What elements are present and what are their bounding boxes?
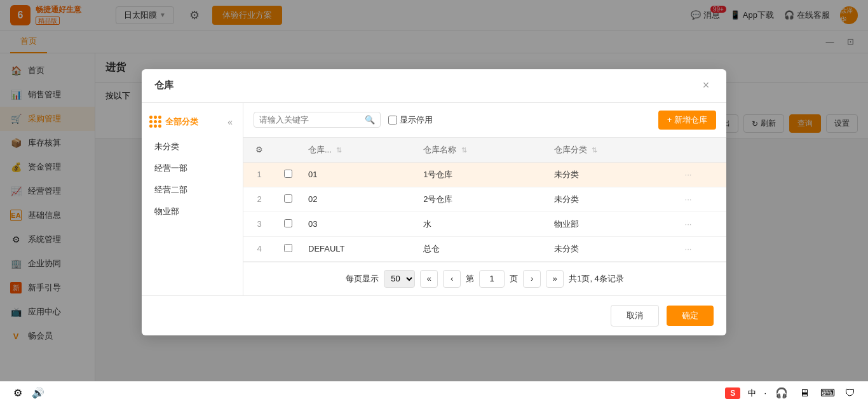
row-category: 未分类 — [546, 187, 677, 212]
page-last-button[interactable]: » — [546, 270, 564, 288]
bottom-headset-icon[interactable]: 🎧 — [774, 386, 789, 401]
modal-title: 仓库 — [154, 79, 173, 91]
page-first-button[interactable]: « — [420, 270, 438, 288]
bottom-keyboard-icon[interactable]: ⌨ — [820, 386, 835, 401]
data-table: ⚙ 仓库... ⇅ 仓库名称 ⇅ — [243, 138, 726, 262]
category-item-dept2[interactable]: 经营二部 — [142, 179, 243, 201]
table-panel: 🔍 显示停用 + 新增仓库 ⚙ — [243, 103, 726, 295]
category-item-property[interactable]: 物业部 — [142, 201, 243, 222]
table-toolbar: 🔍 显示停用 + 新增仓库 — [243, 103, 726, 138]
row-code: DEFAULT — [301, 236, 416, 261]
sort-icon-cat: ⇅ — [592, 146, 597, 154]
page-prev-button[interactable]: ‹ — [443, 270, 461, 288]
add-warehouse-button[interactable]: + 新增仓库 — [658, 111, 716, 130]
bottom-zh-icon[interactable]: 中 — [748, 387, 756, 399]
row-checkbox[interactable] — [284, 244, 292, 252]
settings-column-header[interactable]: ⚙ — [243, 138, 275, 163]
row-checkbox[interactable] — [284, 219, 292, 227]
row-actions[interactable]: ··· — [677, 212, 726, 236]
per-page-select[interactable]: 50 — [384, 270, 415, 288]
collapse-icon[interactable]: « — [225, 114, 235, 130]
row-actions[interactable]: ··· — [677, 162, 726, 187]
row-code: 03 — [301, 212, 416, 236]
bottom-left: ⚙ 🔊 — [10, 386, 46, 401]
row-category: 未分类 — [546, 236, 677, 261]
row-name: 2号仓库 — [416, 187, 546, 212]
confirm-button[interactable]: 确定 — [667, 306, 714, 326]
row-checkbox[interactable] — [284, 170, 292, 178]
table-header-row: ⚙ 仓库... ⇅ 仓库名称 ⇅ — [243, 138, 726, 163]
row-category: 未分类 — [546, 162, 677, 187]
category-item-dept1[interactable]: 经营一部 — [142, 158, 243, 179]
row-num: 1 — [243, 162, 275, 187]
row-checkbox-cell — [275, 162, 301, 187]
cancel-button[interactable]: 取消 — [611, 305, 659, 327]
modal-close-button[interactable]: × — [698, 78, 714, 93]
row-num: 3 — [243, 212, 275, 236]
bottom-shield-icon[interactable]: 🛡 — [843, 386, 858, 401]
table-row[interactable]: 2 02 2号仓库 未分类 ··· — [243, 187, 726, 212]
bottom-right: S 中 · 🎧 🖥 ⌨ 🛡 — [725, 386, 858, 401]
search-box: 🔍 — [254, 112, 381, 128]
category-header: 全部分类 « — [142, 111, 243, 136]
table-row[interactable]: 4 DEFAULT 总仓 未分类 ··· — [243, 236, 726, 261]
show-disabled-checkbox[interactable] — [388, 116, 397, 125]
bottom-monitor-icon[interactable]: 🖥 — [797, 386, 812, 401]
modal-footer: 取消 确定 — [142, 295, 726, 335]
row-code: 01 — [301, 162, 416, 187]
table-body: 1 01 1号仓库 未分类 ··· 2 02 2号仓库 未分类 ··· 3 03… — [243, 162, 726, 261]
name-column-header[interactable]: 仓库名称 ⇅ — [416, 138, 546, 163]
bottom-dot-icon: · — [764, 388, 766, 398]
row-actions[interactable]: ··· — [677, 187, 726, 212]
sort-icon-name: ⇅ — [461, 146, 467, 154]
table-row[interactable]: 3 03 水 物业部 ··· — [243, 212, 726, 236]
warehouse-modal: 仓库 × 全部分类 « 未分类 — [142, 69, 726, 335]
modal-overlay: 仓库 × 全部分类 « 未分类 — [0, 0, 868, 404]
row-checkbox-cell — [275, 236, 301, 261]
show-disabled-label[interactable]: 显示停用 — [388, 114, 433, 126]
bottom-bar: ⚙ 🔊 S 中 · 🎧 🖥 ⌨ 🛡 — [0, 381, 868, 404]
category-item-unclassified[interactable]: 未分类 — [142, 136, 243, 158]
modal-header: 仓库 × — [142, 69, 726, 103]
bottom-volume-icon[interactable]: 🔊 — [31, 386, 46, 401]
row-actions[interactable]: ··· — [677, 236, 726, 261]
category-panel: 全部分类 « 未分类 经营一部 经营二部 物业部 — [142, 103, 243, 295]
row-checkbox[interactable] — [284, 194, 292, 203]
row-name: 总仓 — [416, 236, 546, 261]
modal-body: 全部分类 « 未分类 经营一部 经营二部 物业部 🔍 — [142, 103, 726, 295]
row-checkbox-cell — [275, 187, 301, 212]
row-name: 水 — [416, 212, 546, 236]
category-all[interactable]: 全部分类 — [149, 116, 198, 128]
search-icon[interactable]: 🔍 — [365, 115, 375, 125]
code-column-header[interactable]: 仓库... ⇅ — [301, 138, 416, 163]
row-code: 02 — [301, 187, 416, 212]
check-column-header — [275, 138, 301, 163]
row-name: 1号仓库 — [416, 162, 546, 187]
pagination: 每页显示 50 « ‹ 第 页 › » 共1页, 4条记录 — [243, 262, 726, 295]
actions-column-header — [677, 138, 726, 163]
category-column-header[interactable]: 仓库分类 ⇅ — [546, 138, 677, 163]
row-category: 物业部 — [546, 212, 677, 236]
grid-icon — [149, 116, 161, 128]
bottom-brand-icon: S — [725, 387, 740, 399]
row-checkbox-cell — [275, 212, 301, 236]
sort-icon: ⇅ — [336, 146, 342, 154]
table-row[interactable]: 1 01 1号仓库 未分类 ··· — [243, 162, 726, 187]
bottom-settings-icon[interactable]: ⚙ — [10, 386, 25, 401]
row-num: 4 — [243, 236, 275, 261]
row-num: 2 — [243, 187, 275, 212]
page-next-button[interactable]: › — [523, 270, 541, 288]
search-input[interactable] — [259, 115, 361, 125]
page-number-input[interactable] — [479, 270, 505, 288]
